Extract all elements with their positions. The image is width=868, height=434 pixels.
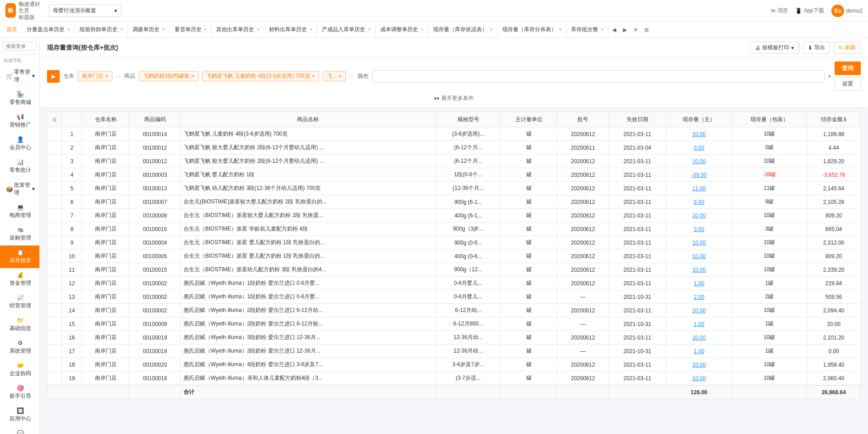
sidebar-item-retail[interactable]: 🛒 零售管理 ▾ [0, 65, 39, 87]
sidebar-item-apps[interactable]: 🔲 应用中心 [0, 404, 39, 426]
tab-close-chan-pin[interactable]: × [368, 27, 371, 32]
refresh-icon: ↻ [839, 45, 843, 51]
tab-nav-close[interactable]: ✕ [630, 22, 641, 38]
table-row: 3南岸门店00100012飞鹤星飞帆 较大婴儿配方奶粉 2段(6-12个月婴幼儿… [47, 155, 861, 168]
table-row: 19南岸门店00100018惠氏启赋（Wyeth illuma）亲和人体儿童配方… [47, 372, 861, 386]
print-icon: 🖨 [755, 45, 760, 51]
sidebar-item-basic[interactable]: 📁 基础信息 [0, 313, 39, 336]
filter-expand-toggle[interactable]: ▶ [47, 70, 60, 83]
summary-qty: 126.00 [666, 385, 731, 399]
table-row: 10南岸门店00100005合生元（BIOSTIME）派星 婴儿配方奶粉 1段 … [47, 250, 861, 263]
chevron-down-icon: ▾ [32, 73, 35, 79]
tab-close-ku[interactable]: × [490, 27, 493, 32]
table-row: 8南岸门店00100016合生元（BIOSTIME）派星 学龄前儿童配方奶粉 4… [47, 222, 861, 236]
color-dropdown-icon[interactable]: ▾ [828, 73, 831, 80]
sidebar-item-guide[interactable]: 🎯 新手引导 [0, 381, 39, 404]
tab-yao-huo[interactable]: 要货单历史 × [170, 22, 212, 38]
table-row: 9南岸门店00100004合生元（BIOSTIME）派星 婴儿配方奶粉 1段 乳… [47, 236, 861, 250]
sidebar: 快捷导航 🛒 零售管理 ▾ 🏪 零售商城 📢 营销推广 👤 会员中心 📊 零售统… [0, 38, 40, 434]
sidebar-item-purchase[interactable]: 🛍 采购管理 [0, 223, 39, 245]
tab-home[interactable]: 首页 [2, 22, 22, 38]
sidebar-item-wholesale[interactable]: 📦 批发管理 ▾ [0, 178, 39, 200]
warehouse-tag-close[interactable]: × [105, 73, 108, 80]
th-settings[interactable]: ⚙ [47, 112, 62, 127]
company-select[interactable]: 母婴行业演示账套 ▾ [49, 5, 121, 17]
member-icon: 👤 [17, 136, 24, 143]
table-row: 16南岸门店00100019惠氏启赋（Wyeth illuma）3段奶粉 爱尔兰… [47, 331, 861, 344]
sidebar-item-finance[interactable]: 💰 资金管理 [0, 268, 39, 291]
message-icon: ✉ [771, 8, 775, 14]
product-filter-tag2[interactable]: 飞鹤星飞帆 儿童奶粉 4段(3-6岁适用) 700克 × [202, 71, 319, 81]
gear-icon[interactable]: ⚙ [52, 117, 57, 123]
sidebar-item-ecom[interactable]: 💻 电商管理 [0, 200, 39, 223]
chevron-down-wholesale-icon: ▾ [32, 186, 35, 192]
tab-qi-ta-chu[interactable]: 其他出库单历史 × [212, 22, 264, 38]
logo-icon: 畅 [5, 3, 16, 18]
color-filter-input[interactable] [372, 70, 825, 83]
sidebar-item-operation[interactable]: 📈 经营管理 [0, 291, 39, 313]
expand-more-btn[interactable]: ▾▾ 展开更多条件 [47, 93, 861, 104]
summary-row: 合计 126.00 26,968.64 [47, 385, 861, 399]
tab-close-zu-chai[interactable]: × [120, 27, 123, 32]
sidebar-item-member[interactable]: 👤 会员中心 [0, 132, 39, 155]
warehouse-filter-tag[interactable]: 南岸门店 × [78, 71, 113, 81]
app-download-btn[interactable]: 📱 App下载 [795, 7, 824, 14]
avatar-img: Ea [831, 5, 844, 17]
product-tag1-close[interactable]: × [191, 73, 194, 80]
tab-close-cheng-ben[interactable]: × [421, 27, 424, 32]
sidebar-item-corp[interactable]: 🤝 企业协同 [0, 359, 39, 381]
tab-close-pi[interactable]: × [601, 27, 604, 32]
product-tag2-close[interactable]: × [312, 73, 315, 80]
tab-cai-liao[interactable]: 材料出库单历史 × [264, 22, 317, 38]
tab-diao-bo[interactable]: 调拨单历史 × [128, 22, 170, 38]
product-filter-tag3[interactable]: 飞... × [323, 71, 346, 81]
table-row: 17南岸门店00100019惠氏启赋（Wyeth illuma）3段奶粉 爱尔兰… [47, 344, 861, 358]
tab-close-qi-ta[interactable]: × [257, 27, 259, 32]
th-seq [62, 112, 82, 127]
tab-nav-more[interactable]: ⊞ [641, 22, 652, 38]
tab-cheng-ben[interactable]: 成本调整单历史 × [376, 22, 429, 38]
product-tag3-close[interactable]: × [339, 73, 342, 80]
table-row: 15南岸门店00100009惠氏启赋（Wyeth illuma）2段奶粉 爱尔兰… [47, 317, 861, 331]
message-btn[interactable]: ✉ 消息 [771, 7, 788, 14]
tab-close-fen-pan[interactable]: × [67, 27, 70, 32]
filter-row-main: ▶ 仓库 南岸门店 × ··· 商品 飞鹤奶粉3段丙罐装 × 飞鹤星飞帆 儿童奶… [47, 61, 861, 91]
search-input[interactable] [3, 42, 37, 51]
tab-nav-prev[interactable]: ◀ [609, 22, 619, 38]
query-btn[interactable]: 查询 [835, 61, 861, 75]
tab-close-cai-liao[interactable]: × [310, 27, 312, 32]
sidebar-item-stats[interactable]: 📊 零售统计 [0, 155, 39, 178]
tab-close-yao-huo[interactable]: × [204, 27, 207, 32]
header-actions: 🖨 按模板打印 ▾ ⬇ 导出 ↻ 刷新 [750, 42, 861, 54]
table-row: 1南岸门店00100014飞鹤星飞帆 儿童奶粉 4段(3-6岁适用) 700克(… [47, 127, 861, 141]
settings-btn[interactable]: 设置 [835, 77, 861, 91]
logo: 畅 畅捷通好生意 标题版 [5, 1, 42, 20]
tab-xian-cun-fen[interactable]: 现存量（库存分布表） × [498, 22, 567, 38]
tab-xian-cun-ku[interactable]: 现存量（库存状况表） × [429, 22, 498, 38]
refresh-btn[interactable]: ↻ 刷新 [834, 42, 861, 54]
sidebar-item-wechat[interactable]: 💬 企业微信 [0, 426, 39, 434]
tab-ku-cun-pi[interactable]: 库存批次整 × [566, 22, 609, 38]
table-row: 5南岸门店00100013飞鹤星飞帆 幼儿配方奶粉 3段(12-36个月幼儿适用… [47, 182, 861, 195]
export-btn[interactable]: ⬇ 导出 [803, 42, 830, 54]
tab-close-diao-bo[interactable]: × [162, 27, 165, 32]
color-filter-label: 颜色 [358, 72, 368, 80]
sidebar-search-area [0, 38, 39, 55]
tab-close-fen[interactable]: × [559, 27, 562, 32]
template-print-btn[interactable]: 🖨 按模板打印 ▾ [750, 42, 799, 53]
sidebar-item-stock[interactable]: 📋 库存核算 [0, 245, 39, 268]
tab-nav-next[interactable]: ▶ [619, 22, 630, 38]
tab-fen-pan[interactable]: 分量盘点单历史 × [22, 22, 75, 38]
table-row: 11南岸门店00100015合生元（BIOSTIME）派星幼儿配方奶粉 3段 乳… [47, 263, 861, 277]
product-filter-more: ··· [349, 73, 354, 80]
user-avatar[interactable]: Ea demo2 [831, 5, 863, 17]
stock-icon: 📋 [17, 249, 24, 256]
product-filter-tag1[interactable]: 飞鹤奶粉3段丙罐装 × [139, 71, 198, 81]
th-spec: 规格型号 [435, 112, 500, 127]
tab-zu-chai[interactable]: 组装拆卸单历史 × [75, 22, 128, 38]
table-row: 12南岸门店00100002惠氏启赋（Wyeth illuma）1段奶粉 爱尔兰… [47, 277, 861, 290]
tab-chan-pin-ru[interactable]: 产成品入库单历史 × [317, 22, 376, 38]
sidebar-item-shop[interactable]: 🏪 零售商城 [0, 87, 39, 110]
sidebar-item-system[interactable]: ⚙ 系统管理 [0, 336, 39, 359]
sidebar-item-marketing[interactable]: 📢 营销推广 [0, 110, 39, 132]
